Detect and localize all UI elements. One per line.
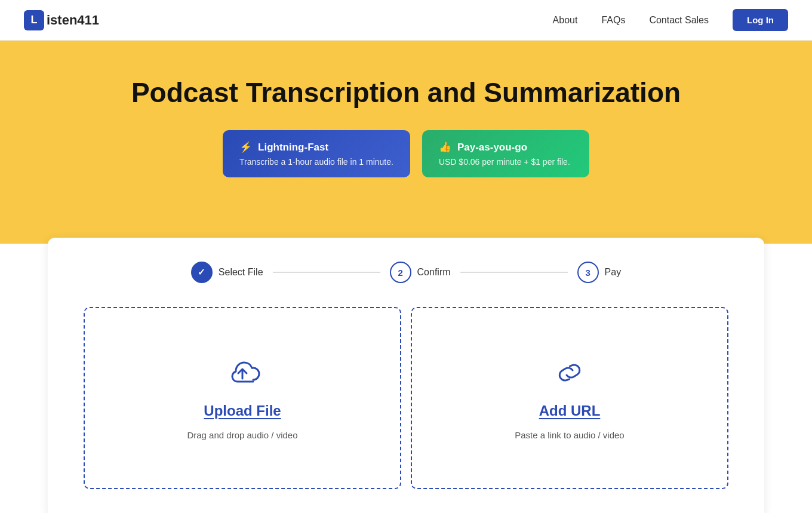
thumbsup-icon: 👍	[439, 141, 451, 153]
nav-link-about[interactable]: About	[553, 15, 578, 26]
step-2-circle: 2	[390, 262, 411, 283]
steps-bar: ✓ Select File 2 Confirm 3 Pay	[84, 262, 728, 283]
step-2-label: Confirm	[417, 267, 451, 278]
step-line-1	[273, 272, 380, 273]
step-1-checkmark: ✓	[198, 267, 205, 278]
step-3-circle: 3	[577, 262, 599, 283]
upload-file-title: Upload File	[204, 403, 281, 419]
upload-file-panel[interactable]: Upload File Drag and drop audio / video	[84, 307, 401, 489]
add-url-desc: Paste a link to audio / video	[515, 430, 624, 440]
nav-link-contact-sales[interactable]: Contact Sales	[649, 15, 709, 26]
logo-text: isten411	[47, 13, 99, 28]
link-icon	[550, 356, 589, 392]
logo-icon: L	[24, 10, 44, 30]
feature-card-lightning: ⚡ Lightning-Fast Transcribe a 1-hour aud…	[223, 130, 410, 177]
feature-cards: ⚡ Lightning-Fast Transcribe a 1-hour aud…	[223, 130, 589, 177]
add-url-panel[interactable]: Add URL Paste a link to audio / video	[411, 307, 728, 489]
step-3-label: Pay	[605, 267, 622, 278]
step-1-label: Select File	[219, 267, 263, 278]
upload-panels: Upload File Drag and drop audio / video …	[84, 307, 728, 489]
feature-card-pay-desc: USD $0.06 per minute + $1 per file.	[439, 157, 573, 167]
steps-card: ✓ Select File 2 Confirm 3 Pay	[48, 238, 764, 513]
hero-title: Podcast Transcription and Summarization	[131, 76, 681, 109]
nav-links: About FAQs Contact Sales Log In	[553, 9, 788, 31]
lightning-icon: ⚡	[239, 141, 252, 153]
logo[interactable]: L isten411	[24, 10, 99, 30]
hero-section: Podcast Transcription and Summarization …	[0, 41, 812, 244]
add-url-title: Add URL	[539, 403, 601, 419]
main-content: ✓ Select File 2 Confirm 3 Pay	[0, 244, 812, 513]
feature-card-lightning-header: ⚡ Lightning-Fast	[239, 141, 393, 153]
step-1: ✓ Select File	[191, 262, 263, 283]
feature-card-pay-header: 👍 Pay-as-you-go	[439, 141, 573, 153]
step-1-circle: ✓	[191, 262, 213, 283]
upload-file-desc: Drag and drop audio / video	[187, 430, 297, 440]
navbar: L isten411 About FAQs Contact Sales Log …	[0, 0, 812, 41]
login-button[interactable]: Log In	[733, 9, 788, 31]
feature-card-lightning-desc: Transcribe a 1-hour audio file in 1 minu…	[239, 157, 393, 167]
step-line-2	[460, 272, 568, 273]
step-3: 3 Pay	[577, 262, 622, 283]
upload-cloud-icon	[223, 356, 262, 392]
step-2: 2 Confirm	[390, 262, 451, 283]
feature-card-pay: 👍 Pay-as-you-go USD $0.06 per minute + $…	[422, 130, 589, 177]
nav-link-faqs[interactable]: FAQs	[601, 15, 625, 26]
